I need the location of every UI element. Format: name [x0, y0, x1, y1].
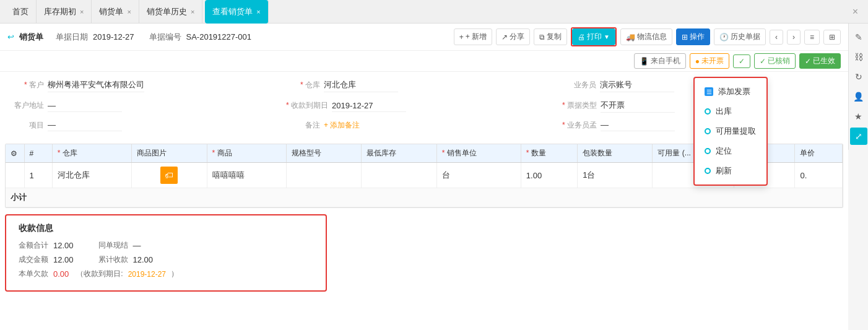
copy-button[interactable]: ⧉ 复制 — [534, 28, 567, 45]
deal-amount-label: 成交金额 — [19, 254, 48, 265]
add-invoice-icon: ☰ — [705, 87, 713, 96]
amount-total-label: 金额合计 — [19, 240, 48, 251]
phone-icon: 📱 — [640, 57, 649, 66]
col-gear: ⚙ — [6, 144, 24, 163]
sidebar-rotate-icon[interactable]: ↻ — [850, 68, 867, 85]
grid-view-button[interactable]: ⊞ — [823, 30, 841, 45]
tab-sales[interactable]: 销货单 × — [92, 0, 139, 24]
customer-value: 柳州粤港平安气体有限公司 — [48, 78, 144, 92]
prev-button[interactable]: ‹ — [770, 30, 783, 45]
outbound-icon — [705, 108, 711, 115]
date-label: 单据日期 — [56, 32, 88, 43]
share-button[interactable]: ↗ 分享 — [496, 28, 530, 45]
col-seq: # — [24, 144, 52, 163]
outstanding-close-paren: ） — [171, 269, 178, 279]
not-open-button[interactable]: ● 未开票 — [690, 53, 729, 69]
address-value: — — [48, 100, 122, 112]
doc-type-label: 销货单 — [19, 32, 43, 43]
effective-button[interactable]: ✓ 已生效 — [799, 53, 841, 69]
note-field: 备注 添加备注 — [286, 120, 562, 131]
history-button[interactable]: 🕐 历史单据 — [714, 28, 766, 45]
same-order-value: — — [133, 241, 141, 250]
toolbar2: 📱 来自手机 ● 未开票 ✓ ✓ 已核销 ✓ 已生效 — [0, 51, 848, 72]
number-label: 单据编号 — [149, 32, 181, 43]
payment-outstanding: 本单欠款 0.00 （收款到期日: 2019-12-27 ） — [19, 269, 178, 279]
tab-home[interactable]: 首页 — [5, 0, 37, 24]
add-note-button[interactable]: 添加备注 — [324, 120, 360, 131]
invoice-type-label: 票据类型 — [562, 100, 597, 111]
row-gear — [6, 163, 24, 188]
cumulative-value: 12.00 — [133, 255, 154, 264]
logistics-button[interactable]: 🚚 物流信息 — [620, 28, 672, 45]
close-all-button[interactable]: × — [848, 6, 863, 17]
tab-view-sales[interactable]: 查看销货单 × — [205, 0, 268, 24]
print-button[interactable]: 🖨 打印 ▼ — [572, 28, 615, 45]
date-value: 2019-12-27 — [93, 32, 134, 41]
col-qty: 数量 — [521, 144, 577, 163]
tab-sales-history[interactable]: 销货单历史 × — [139, 0, 202, 24]
cancel-icon: ✓ — [760, 57, 766, 66]
grid-view-icon: ⊞ — [829, 33, 835, 41]
check-icon: ✓ — [739, 57, 745, 66]
sidebar-star-icon[interactable]: ★ — [850, 108, 867, 125]
sidebar-expand-icon[interactable]: ⤢ — [850, 128, 867, 145]
operation-icon: ⊞ — [682, 33, 688, 41]
payment-info-box: 收款信息 金额合计 12.00 同单现结 — 成交金额 12.00 累计收款 — [5, 214, 327, 292]
customer-field: 客户 柳州粤港平安气体有限公司 — [10, 78, 286, 92]
tab-inventory[interactable]: 库存期初 × — [37, 0, 92, 24]
payment-cumulative: 累计收款 12.00 — [98, 254, 154, 265]
add-invoice-label: 添加发票 — [718, 86, 750, 97]
payment-date-value: 2019-12-27 — [332, 100, 406, 112]
sidebar-edit-icon[interactable]: ✎ — [850, 28, 867, 46]
dropdown-available-qty[interactable]: 可用量提取 — [695, 121, 766, 141]
row-unit: 台 — [436, 163, 521, 188]
dropdown-outbound[interactable]: 出库 — [695, 102, 766, 121]
sidebar-user-icon[interactable]: 👤 — [850, 88, 867, 105]
row-model — [287, 163, 362, 188]
payment-amount-total: 金额合计 12.00 — [19, 240, 74, 251]
print-highlight-area: 🖨 打印 ▼ — [571, 27, 617, 46]
row-product: 嘻嘻嘻嘻 — [207, 163, 287, 188]
dropdown-add-invoice[interactable]: ☰ 添加发票 — [695, 82, 766, 102]
tab-sales-history-close[interactable]: × — [191, 8, 194, 15]
list-view-icon: ≡ — [810, 33, 814, 41]
cancel-btn[interactable]: ✓ 已核销 — [754, 53, 796, 69]
tab-sales-close[interactable]: × — [127, 8, 131, 15]
tab-inventory-close[interactable]: × — [80, 8, 84, 15]
row-price: 0. — [795, 163, 843, 188]
payment-row-1: 金额合计 12.00 同单现结 — — [19, 240, 313, 251]
product-image: 🏷 — [160, 167, 178, 184]
product-img-icon: 🏷 — [165, 170, 173, 180]
col-price: 单价 — [795, 144, 843, 163]
operation-button[interactable]: ⊞ 操作 — [676, 28, 710, 45]
from-phone-button[interactable]: 📱 来自手机 — [634, 53, 686, 69]
salesperson-label: 业务员 — [562, 80, 596, 90]
refresh-label: 刷新 — [716, 165, 732, 176]
print-dropdown-arrow: ▼ — [604, 33, 610, 40]
warehouse-label: 仓库 — [286, 80, 320, 90]
confirm-button[interactable]: ✓ — [733, 54, 750, 68]
project-label: 项目 — [10, 120, 44, 131]
operation-dropdown: ☰ 添加发票 出库 可用量提取 定位 刷新 — [693, 77, 768, 186]
new-icon: + — [459, 33, 464, 41]
tab-view-sales-close[interactable]: × — [256, 8, 260, 15]
dropdown-locate[interactable]: 定位 — [695, 141, 766, 161]
sidebar-link-icon[interactable]: ⛓ — [850, 48, 867, 66]
col-product: 商品 — [207, 144, 287, 163]
next-button[interactable]: › — [787, 30, 801, 45]
subtotal-row: 小计 — [6, 188, 843, 207]
row-warehouse: 河北仓库 — [52, 163, 132, 188]
col-img: 商品图片 — [132, 144, 207, 163]
outstanding-label: 本单欠款 — [19, 269, 48, 279]
outstanding-note: （收款到期日: — [76, 269, 123, 279]
dropdown-refresh[interactable]: 刷新 — [695, 161, 766, 181]
effective-icon: ✓ — [805, 57, 811, 66]
toolbar: ↩ 销货单 单据日期 2019-12-27 单据编号 SA-20191227-0… — [0, 24, 848, 51]
new-button[interactable]: + + 新增 — [454, 28, 492, 45]
list-view-button[interactable]: ≡ — [804, 30, 820, 45]
history-icon: 🕐 — [719, 33, 729, 41]
address-field: 客户地址 — — [10, 100, 286, 112]
payment-date-field: 收款到期日 2019-12-27 — [286, 100, 562, 112]
doc-icon: ↩ — [7, 32, 14, 41]
available-qty-icon — [705, 128, 711, 134]
